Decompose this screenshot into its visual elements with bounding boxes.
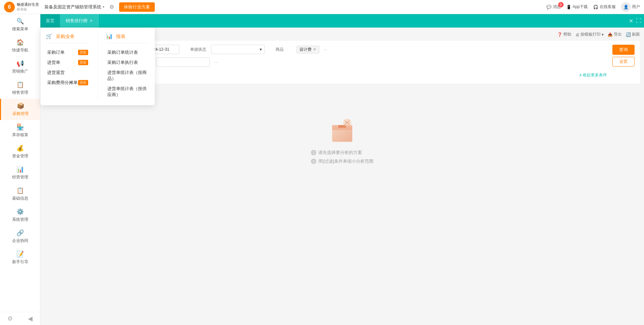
purchase-item-1[interactable]: 进货单历史 — [46, 57, 90, 68]
purchase-dropdown-menu: 🛒 采购业务 采购订单历史进货单历史进货退货采购费用分摊单历史 📊 报表 采购订… — [40, 28, 155, 105]
report-header-icon: 📊 — [106, 33, 113, 40]
purchase-item-3[interactable]: 采购费用分摊单历史 — [46, 78, 90, 88]
report-column: 📊 报表 采购订单统计表采购订单执行表进货单统计表（按商品）进货单统计表（按供应… — [106, 33, 150, 100]
history-badge-1: 历史 — [78, 60, 88, 65]
purchase-item-2[interactable]: 进货退货 — [46, 68, 90, 78]
purchase-item-label-3: 采购费用分摊单 — [47, 80, 78, 86]
report-item-0[interactable]: 采购订单统计表 — [106, 47, 150, 57]
history-badge-3: 历史 — [78, 80, 88, 85]
purchase-column-title: 采购业务 — [56, 34, 75, 40]
report-item-2[interactable]: 进货单统计表（按商品） — [106, 68, 150, 84]
report-item-label-3: 进货单统计表（按供应商） — [107, 86, 148, 98]
purchase-column-header: 🛒 采购业务 — [46, 33, 90, 43]
report-item-label-0: 采购订单统计表 — [107, 49, 138, 55]
column-divider — [98, 33, 98, 100]
report-column-title: 报表 — [116, 34, 126, 40]
purchase-item-label-0: 采购订单 — [47, 49, 65, 55]
report-item-3[interactable]: 进货单统计表（按供应商） — [106, 84, 150, 100]
purchase-item-label-2: 进货退货 — [47, 70, 65, 76]
purchase-header-icon: 🛒 — [46, 33, 53, 40]
purchase-item-0[interactable]: 采购订单历史 — [46, 47, 90, 57]
purchase-column: 🛒 采购业务 采购订单历史进货单历史进货退货采购费用分摊单历史 — [46, 33, 90, 100]
report-column-header: 📊 报表 — [106, 33, 150, 43]
report-item-label-2: 进货单统计表（按商品） — [107, 70, 148, 82]
purchase-item-label-1: 进货单 — [47, 59, 60, 66]
dropdown-cols: 🛒 采购业务 采购订单历史进货单历史进货退货采购费用分摊单历史 📊 报表 采购订… — [46, 33, 149, 100]
report-item-label-1: 采购订单执行表 — [107, 59, 138, 66]
history-badge-0: 历史 — [78, 50, 88, 55]
report-item-1[interactable]: 采购订单执行表 — [106, 57, 150, 68]
